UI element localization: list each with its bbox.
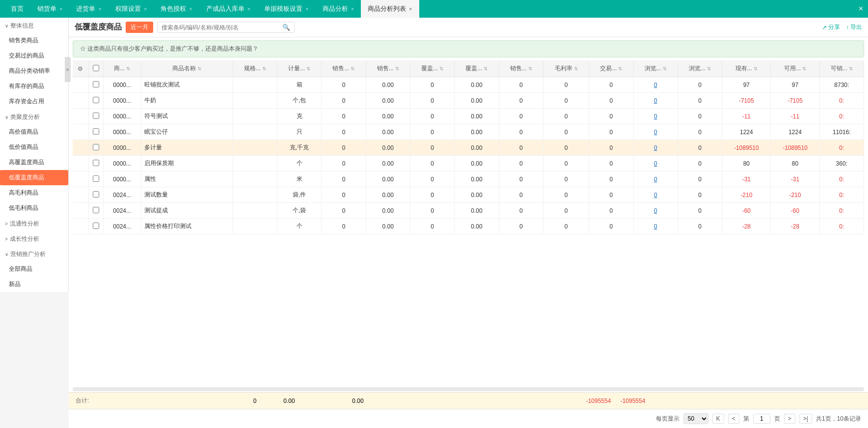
nav-tab-template[interactable]: 单据模板设置 ×	[257, 0, 315, 18]
sidebar-section-growth[interactable]: > 成长性分析	[0, 231, 68, 246]
close-role-tab[interactable]: ×	[189, 6, 192, 12]
nav-tab-goods-analysis[interactable]: 商品分析 ×	[316, 0, 361, 18]
sidebar-item-traded-goods[interactable]: 交易过的商品	[0, 48, 68, 63]
sidebar-item-high-margin[interactable]: 高毛利商品	[0, 185, 68, 200]
col-settings[interactable]: ⚙	[73, 60, 88, 77]
search-input[interactable]	[162, 24, 282, 31]
time-filter-button[interactable]: 近一月	[126, 22, 153, 33]
sidebar-item-sales-goods[interactable]: 销售类商品	[0, 33, 68, 48]
sidebar-item-high-value[interactable]: 高价值商品	[0, 124, 68, 140]
row-checkbox[interactable]	[93, 144, 99, 150]
share-button[interactable]: ↗ 分享	[822, 23, 840, 31]
sidebar-collapse-button[interactable]: «	[65, 57, 71, 82]
row-browse1[interactable]: 0	[633, 187, 678, 203]
row-checkbox[interactable]	[93, 113, 99, 119]
col-coverage1[interactable]: 覆盖...⇅	[410, 60, 454, 77]
row-browse1[interactable]: 0	[633, 219, 678, 234]
sidebar-item-stocked-goods[interactable]: 有库存的商品	[0, 79, 68, 94]
row-checkbox[interactable]	[93, 81, 99, 87]
row-checkbox[interactable]	[93, 207, 99, 213]
horizontal-scrollbar[interactable]	[73, 387, 864, 391]
row-checkbox[interactable]	[93, 160, 99, 166]
row-cov2: 0.00	[455, 171, 499, 187]
col-available[interactable]: 可用...⇅	[771, 60, 819, 77]
row-checkbox[interactable]	[93, 191, 99, 198]
close-sales-tab[interactable]: ×	[59, 6, 62, 12]
col-sellable[interactable]: 可销...⇅	[819, 60, 864, 77]
sidebar-section-marketing[interactable]: ∨ 营销推广分析	[0, 246, 68, 261]
row-sales-c: 0	[499, 140, 543, 156]
row-checkbox[interactable]	[93, 97, 99, 103]
row-checkbox[interactable]	[93, 223, 99, 229]
sidebar-item-low-coverage[interactable]: 低覆盖度商品	[0, 170, 68, 185]
col-spec[interactable]: 规格...⇅	[233, 60, 277, 77]
col-browse2[interactable]: 浏览...⇅	[678, 60, 722, 77]
row-browse1[interactable]: 0	[633, 203, 678, 219]
col-gross-rate[interactable]: 毛利率⇅	[543, 60, 589, 77]
sidebar-section-clustering[interactable]: ∨ 类聚度分析	[0, 109, 68, 124]
row-checkbox[interactable]	[93, 128, 99, 135]
sidebar-item-inventory-capital[interactable]: 库存资金占用	[0, 94, 68, 109]
sidebar-item-new-goods[interactable]: 新品	[0, 277, 68, 292]
nav-tab-product-entry[interactable]: 产成品入库单 ×	[199, 0, 257, 18]
close-product-entry-tab[interactable]: ×	[247, 6, 250, 12]
total-records-label: 共1页，10条记录	[816, 415, 861, 423]
page-number-input[interactable]	[753, 414, 770, 424]
sidebar-section-overall[interactable]: ∨ 整体信息	[0, 18, 68, 33]
row-cov2: 0.00	[455, 109, 499, 124]
row-browse1[interactable]: 0	[633, 124, 678, 140]
sidebar-item-low-value[interactable]: 低价值商品	[0, 140, 68, 155]
row-checkbox[interactable]	[93, 175, 99, 182]
select-all-checkbox[interactable]	[93, 65, 99, 71]
close-window-button[interactable]: ×	[859, 4, 863, 13]
col-browse1[interactable]: 浏览...⇅	[633, 60, 678, 77]
col-code[interactable]: 商...⇅	[103, 60, 141, 77]
row-browse2: 0	[678, 203, 722, 219]
sidebar-section-liquidity[interactable]: > 流通性分析	[0, 216, 68, 231]
row-browse1[interactable]: 0	[633, 109, 678, 124]
row-browse1[interactable]: 0	[633, 93, 678, 109]
row-sales-qty: 0	[322, 219, 366, 234]
col-sales-amt[interactable]: 销售...⇅	[366, 60, 410, 77]
row-browse1[interactable]: 0	[633, 77, 678, 93]
nav-tab-purchase[interactable]: 进货单 ×	[69, 0, 108, 18]
col-sales-qty[interactable]: 销售...⇅	[322, 60, 366, 77]
sidebar-item-low-margin[interactable]: 低毛利商品	[0, 200, 68, 216]
row-sales-c: 0	[499, 187, 543, 203]
col-sales-count[interactable]: 销售...⇅	[499, 60, 543, 77]
prev-page-button[interactable]: <	[728, 414, 739, 424]
nav-tab-goods-analysis-list[interactable]: 商品分析列表 ×	[361, 0, 419, 18]
nav-tab-home[interactable]: 首页	[4, 0, 30, 18]
nav-tab-permission[interactable]: 权限设置 ×	[108, 0, 154, 18]
nav-tab-sales[interactable]: 销货单 ×	[30, 0, 69, 18]
col-unit[interactable]: 计量...⇅	[277, 60, 322, 77]
table-row: 0000... 眠宝公仔 只 0 0.00 0 0.00 0 0 0 0 0 1…	[73, 124, 864, 140]
settings-icon[interactable]: ⚙	[78, 65, 83, 72]
close-goods-analysis-list-tab[interactable]: ×	[409, 6, 412, 12]
col-current-stock[interactable]: 现有...⇅	[722, 60, 771, 77]
per-page-select[interactable]: 50 100 200	[683, 413, 708, 424]
close-purchase-tab[interactable]: ×	[98, 6, 101, 12]
row-checkbox-cell	[88, 77, 103, 93]
row-transaction: 0	[589, 109, 633, 124]
sidebar-item-category-turnover[interactable]: 商品分类动销率	[0, 63, 68, 79]
sidebar-item-high-coverage[interactable]: 高覆盖度商品	[0, 155, 68, 170]
col-name[interactable]: 商品名称⇅	[141, 60, 233, 77]
export-button[interactable]: ↑ 导出	[846, 23, 862, 31]
row-current: 1224	[722, 124, 771, 140]
row-sellable: 0:	[819, 140, 864, 156]
col-transaction[interactable]: 交易...⇅	[589, 60, 633, 77]
row-browse1[interactable]: 0	[633, 171, 678, 187]
close-goods-analysis-tab[interactable]: ×	[351, 6, 354, 12]
close-template-tab[interactable]: ×	[305, 6, 308, 12]
nav-tab-role[interactable]: 角色授权 ×	[154, 0, 199, 18]
row-browse1[interactable]: 0	[633, 140, 678, 156]
close-permission-tab[interactable]: ×	[144, 6, 147, 12]
sidebar-item-all-goods[interactable]: 全部商品	[0, 261, 68, 277]
last-page-button[interactable]: >|	[799, 414, 812, 424]
first-page-button[interactable]: K	[712, 414, 724, 424]
col-coverage2[interactable]: 覆盖...⇅	[455, 60, 499, 77]
next-page-button[interactable]: >	[784, 414, 795, 424]
row-browse1[interactable]: 0	[633, 156, 678, 171]
search-icon[interactable]: 🔍	[282, 24, 290, 31]
